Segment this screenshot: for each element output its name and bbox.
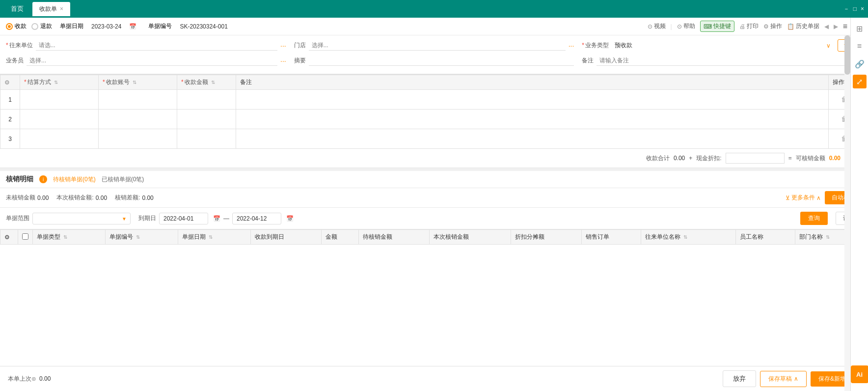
main-content: 收款 退款 单据日期 2023-03-24 📅 单据编号 SK-20230324…	[0, 18, 868, 391]
row-account-3[interactable]	[99, 129, 177, 149]
query-button[interactable]: 查询	[800, 212, 828, 225]
ai-badge[interactable]: Ai	[851, 365, 868, 383]
unverified-label: 未核销金额	[6, 194, 35, 202]
diff-item: 核销差额: 0.00	[115, 194, 154, 202]
row-settle-1[interactable]	[20, 90, 99, 110]
date-label: 单据日期	[60, 22, 83, 30]
row-settle-3[interactable]	[20, 129, 99, 149]
bt-settings-icon[interactable]: ⚙	[4, 234, 10, 241]
due-date-field: 到期日 📅 — 📅	[138, 213, 294, 224]
store-more-icon[interactable]: ···	[569, 42, 574, 50]
row-settle-2[interactable]	[20, 110, 99, 129]
row-remark-1[interactable]	[236, 90, 829, 110]
partner-sort-icon[interactable]: ⇅	[683, 234, 687, 240]
chevron-up-icon: ∧	[816, 195, 821, 201]
tab-bar-left: 首页 收款单 ×	[4, 1, 70, 16]
business-type-dropdown-icon[interactable]: ∨	[826, 42, 831, 49]
close-window-button[interactable]: ×	[861, 5, 864, 12]
number-sort-icon[interactable]: ⇅	[136, 234, 140, 240]
help-btn[interactable]: ⊙ 帮助	[677, 22, 695, 30]
scroll-thumb[interactable]	[844, 35, 850, 75]
row-remark-3[interactable]	[236, 129, 829, 149]
verify-value: 0.00	[829, 155, 841, 162]
bt-col-due-date: 收款到期日	[251, 230, 322, 245]
sidebar-grid-icon[interactable]: ⊞	[853, 22, 867, 35]
video-btn[interactable]: ⊙ 视频	[648, 22, 666, 30]
verify-label: 可核销金额	[796, 154, 825, 163]
save-draft-button[interactable]: 保存草稿 ∧	[760, 371, 807, 387]
scroll-track[interactable]	[844, 35, 850, 391]
discount-input[interactable]	[726, 153, 785, 164]
view-grid-btn[interactable]: ≡	[843, 22, 847, 31]
date-sort-icon[interactable]: ⇅	[209, 234, 213, 240]
radio-refund[interactable]: 退款	[31, 22, 52, 30]
account-sort-icon[interactable]: ⇅	[133, 80, 136, 85]
bt-col-checkbox[interactable]	[18, 230, 33, 245]
business-type-field: 业务类型 预收款 ∨ 设置	[582, 39, 862, 52]
verify-title: 核销明细	[6, 175, 33, 184]
bt-col-settings[interactable]: ⚙	[0, 230, 18, 245]
summary-bar: 未核销金额 0.00 本次核销金额: 0.00 核销差额: 0.00 ⊻ 更多条…	[0, 188, 868, 208]
minimize-button[interactable]: －	[843, 5, 849, 13]
nav-prev-btn[interactable]: ◀	[824, 23, 829, 30]
col-settings[interactable]: ⚙	[0, 75, 20, 90]
range-select[interactable]	[32, 213, 131, 224]
radio-receipt[interactable]: 收款	[6, 22, 27, 30]
more-conditions-btn[interactable]: ⊻ 更多条件 ∧	[786, 194, 821, 202]
remarks-input[interactable]	[597, 56, 862, 66]
calendar-to-icon[interactable]: 📅	[286, 215, 294, 222]
row-amount-3[interactable]	[177, 129, 236, 149]
row-num-1: 1	[0, 90, 20, 110]
type-sort-icon[interactable]: ⇅	[63, 234, 67, 240]
form-row-2: 业务员 ··· 摘要 备注	[6, 56, 862, 66]
amount-sort-icon[interactable]: ⇅	[211, 80, 215, 85]
current-item: 本次核销金额: 0.00	[56, 194, 107, 202]
partner-input[interactable]	[36, 40, 277, 51]
operation-btn[interactable]: ⚙ 操作	[763, 22, 782, 30]
print-btn[interactable]: 🖨 打印	[739, 22, 759, 30]
row-amount-1[interactable]	[177, 90, 236, 110]
diff-label: 核销差额:	[115, 194, 140, 202]
range-field: 单据范围	[6, 213, 131, 224]
calendar-icon[interactable]: 📅	[129, 23, 136, 30]
calendar-from-icon[interactable]: 📅	[213, 215, 220, 222]
remarks-field: 备注	[582, 56, 862, 66]
date-from-input[interactable]	[159, 213, 208, 224]
dept-sort-icon[interactable]: ⇅	[826, 234, 830, 240]
row-account-2[interactable]	[99, 110, 177, 129]
bill-limit-value: 0.00	[39, 375, 51, 382]
verify-info-icon[interactable]: i	[39, 175, 47, 183]
row-remark-2[interactable]	[236, 110, 829, 129]
store-input[interactable]	[309, 40, 566, 51]
bt-col-current: 本次核销金额	[429, 230, 511, 245]
settle-sort-icon[interactable]: ⇅	[54, 80, 58, 85]
sidebar-expand-icon[interactable]: ⤢	[853, 75, 867, 88]
select-all-checkbox[interactable]	[22, 233, 28, 240]
summary-label: 摘要	[294, 56, 306, 65]
date-to-input[interactable]	[232, 213, 281, 224]
maximize-button[interactable]: □	[853, 5, 857, 12]
history-btn[interactable]: 📋 历史单据	[787, 22, 819, 30]
nav-next-btn[interactable]: ▶	[834, 23, 838, 30]
total-value: 0.00	[674, 155, 685, 162]
pending-tab[interactable]: 待核销单据(0笔)	[53, 175, 96, 184]
row-num-3: 3	[0, 129, 20, 149]
sidebar-list-icon[interactable]: ≡	[853, 39, 867, 53]
partner-more-icon[interactable]: ···	[280, 42, 286, 50]
sidebar-link-icon[interactable]: 🔗	[853, 57, 867, 71]
bill-limit-label: 本单上次⊙	[8, 375, 36, 383]
done-tab[interactable]: 已核销单据(0笔)	[102, 175, 144, 184]
right-sidebar: ⊞ ≡ 🔗 ⤢ Ai	[850, 18, 868, 391]
tab-current[interactable]: 收款单 ×	[32, 2, 70, 16]
staff-more-icon[interactable]: ···	[280, 57, 286, 65]
tab-close-icon[interactable]: ×	[60, 5, 63, 12]
abandon-button[interactable]: 放弃	[723, 370, 756, 387]
table-settings-icon[interactable]: ⚙	[4, 79, 10, 86]
range-label: 单据范围	[6, 214, 29, 223]
row-account-1[interactable]	[99, 90, 177, 110]
summary-input[interactable]	[309, 56, 574, 66]
shortcut-btn[interactable]: ⌨ 快捷键	[700, 21, 734, 32]
staff-input[interactable]	[27, 56, 277, 66]
row-amount-2[interactable]	[177, 110, 236, 129]
tab-home[interactable]: 首页	[4, 1, 30, 16]
